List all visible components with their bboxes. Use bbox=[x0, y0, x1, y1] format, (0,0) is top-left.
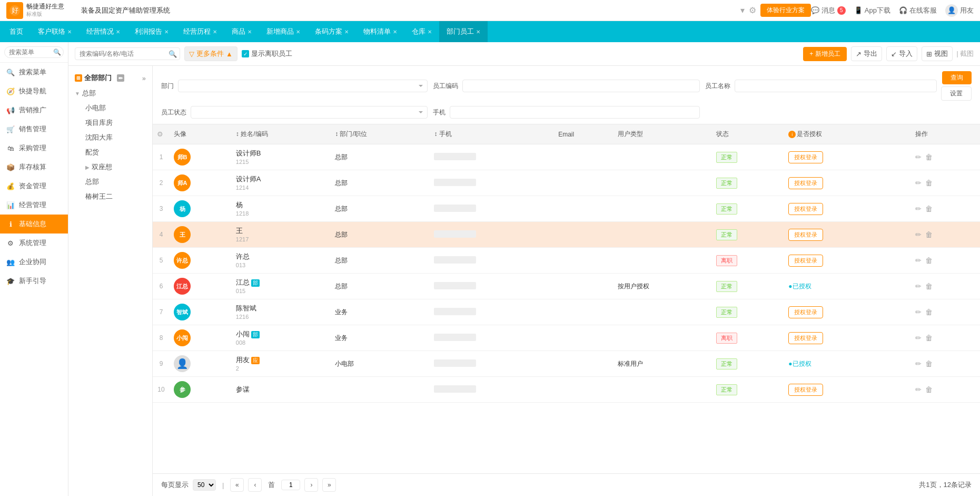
close-icon[interactable]: ✕ bbox=[67, 29, 72, 35]
close-icon[interactable]: ✕ bbox=[213, 29, 217, 35]
edit-dept-icon[interactable]: ✏ bbox=[117, 74, 124, 82]
dept-node-project[interactable]: 项目库房 bbox=[68, 115, 152, 130]
auth-button[interactable]: 授权登录 bbox=[788, 306, 823, 318]
sidebar-item-purchase[interactable]: 🛍 采购管理 bbox=[0, 139, 68, 158]
employee-code-input[interactable] bbox=[462, 80, 699, 92]
close-icon[interactable]: ✕ bbox=[428, 29, 432, 35]
prev-page-button[interactable]: ‹ bbox=[248, 478, 262, 492]
close-icon[interactable]: ✕ bbox=[296, 29, 300, 35]
online-service-item[interactable]: 🎧 在线客服 bbox=[899, 6, 937, 15]
auth-button[interactable]: 授权登录 bbox=[788, 384, 823, 396]
nav-item-history[interactable]: 经营历程✕ bbox=[176, 21, 224, 42]
delete-button[interactable]: 🗑 bbox=[925, 230, 933, 239]
first-page-button[interactable]: « bbox=[230, 478, 244, 492]
status-select[interactable] bbox=[191, 106, 428, 119]
view-button[interactable]: ⊞ 视图 bbox=[922, 46, 953, 61]
dept-node-peihuo[interactable]: 配货 bbox=[68, 145, 152, 160]
query-button[interactable]: 查询 bbox=[942, 71, 972, 84]
sidebar-item-sales[interactable]: 🛒 销售管理 bbox=[0, 120, 68, 139]
dept-node-shuangzuo[interactable]: ▶ 双座想 bbox=[68, 160, 152, 174]
page-number-input[interactable] bbox=[281, 480, 300, 490]
settings-icon[interactable]: ⚙ bbox=[157, 130, 163, 138]
nav-item-warehouse[interactable]: 仓库✕ bbox=[404, 21, 439, 42]
auth-button[interactable]: 授权登录 bbox=[788, 229, 823, 241]
close-icon[interactable]: ✕ bbox=[476, 29, 480, 35]
edit-button[interactable]: ✏ bbox=[915, 179, 922, 187]
dropdown-icon[interactable]: ▾ bbox=[740, 5, 745, 15]
edit-button[interactable]: ✏ bbox=[915, 359, 922, 368]
employee-name-input[interactable] bbox=[735, 80, 937, 92]
sidebar-item-marketing[interactable]: 📢 营销推广 bbox=[0, 101, 68, 120]
delete-button[interactable]: 🗑 bbox=[925, 256, 933, 265]
auth-button[interactable]: 授权登录 bbox=[788, 255, 823, 267]
screenshot-button[interactable]: | 截图 bbox=[957, 49, 974, 59]
nav-item-customer[interactable]: 客户联络✕ bbox=[31, 21, 79, 42]
nav-item-add-goods[interactable]: 新增商品✕ bbox=[259, 21, 308, 42]
auth-button[interactable]: 授权登录 bbox=[788, 151, 823, 163]
sidebar-item-guide[interactable]: 🎓 新手引导 bbox=[0, 271, 68, 290]
settings-icon[interactable]: ⚙ bbox=[749, 5, 756, 15]
sidebar-item-search[interactable]: 🔍 搜索菜单 bbox=[0, 63, 68, 82]
edit-button[interactable]: ✏ bbox=[915, 308, 922, 316]
close-icon[interactable]: ✕ bbox=[344, 29, 349, 35]
edit-button[interactable]: ✏ bbox=[915, 334, 922, 342]
edit-button[interactable]: ✏ bbox=[915, 256, 922, 265]
sidebar-item-quicknav[interactable]: 🧭 快捷导航 bbox=[0, 82, 68, 101]
sidebar-item-basic[interactable]: ℹ 基础信息 bbox=[0, 215, 68, 234]
close-icon[interactable]: ✕ bbox=[116, 29, 120, 35]
dept-node-root[interactable]: ▼ 总部 bbox=[68, 86, 152, 101]
show-resigned-toggle[interactable]: ✓ 显示离职员工 bbox=[242, 49, 292, 59]
per-page-select[interactable]: 50 bbox=[193, 479, 216, 491]
dept-node-xiaodian[interactable]: 小电部 bbox=[68, 101, 152, 115]
close-icon[interactable]: ✕ bbox=[393, 29, 397, 35]
edit-button[interactable]: ✏ bbox=[915, 385, 922, 394]
sidebar-item-collab[interactable]: 👥 企业协同 bbox=[0, 252, 68, 271]
sidebar-item-system[interactable]: ⚙ 系统管理 bbox=[0, 234, 68, 252]
nav-item-operation[interactable]: 经营情况✕ bbox=[79, 21, 127, 42]
auth-button[interactable]: 授权登录 bbox=[788, 332, 823, 344]
delete-button[interactable]: 🗑 bbox=[925, 205, 933, 213]
nav-item-barcode[interactable]: 条码方案✕ bbox=[308, 21, 356, 42]
nav-item-dept[interactable]: 部门员工✕ bbox=[439, 21, 488, 42]
delete-button[interactable]: 🗑 bbox=[925, 385, 933, 394]
delete-button[interactable]: 🗑 bbox=[925, 282, 933, 290]
close-icon[interactable]: ✕ bbox=[248, 29, 252, 35]
delete-button[interactable]: 🗑 bbox=[925, 308, 933, 316]
delete-button[interactable]: 🗑 bbox=[925, 359, 933, 368]
auth-button[interactable]: 授权登录 bbox=[788, 177, 823, 189]
export-button[interactable]: ↗ 导出 bbox=[851, 46, 882, 61]
next-page-button[interactable]: › bbox=[304, 478, 318, 492]
import-button[interactable]: ↙ 导入 bbox=[886, 46, 917, 61]
dept-select[interactable] bbox=[178, 80, 428, 92]
phone-input[interactable] bbox=[450, 106, 699, 119]
dept-node-shenyang[interactable]: 沈阳大库 bbox=[68, 130, 152, 145]
edit-button[interactable]: ✏ bbox=[915, 230, 922, 239]
delete-button[interactable]: 🗑 bbox=[925, 334, 933, 342]
nav-item-material[interactable]: 物料清单✕ bbox=[356, 21, 404, 42]
last-page-button[interactable]: » bbox=[322, 478, 336, 492]
nav-item-home[interactable]: 首页 bbox=[2, 21, 31, 42]
auth-button[interactable]: 授权登录 bbox=[788, 203, 823, 215]
message-item[interactable]: 💬 消息 5 bbox=[811, 6, 846, 15]
collapse-icon[interactable]: » bbox=[142, 74, 146, 82]
delete-button[interactable]: 🗑 bbox=[925, 179, 933, 187]
user-item[interactable]: 👤 用友 bbox=[945, 4, 974, 17]
nav-item-goods[interactable]: 商品✕ bbox=[224, 21, 259, 42]
close-icon[interactable]: ✕ bbox=[164, 29, 169, 35]
nav-item-profit[interactable]: 利润报告✕ bbox=[127, 21, 176, 42]
dept-node-zongbu[interactable]: 总部 bbox=[68, 174, 152, 189]
add-employee-button[interactable]: + 新增员工 bbox=[803, 47, 846, 61]
delete-button[interactable]: 🗑 bbox=[925, 153, 933, 161]
trial-button[interactable]: 体验行业方案 bbox=[760, 4, 811, 17]
edit-button[interactable]: ✏ bbox=[915, 153, 922, 161]
edit-button[interactable]: ✏ bbox=[915, 282, 922, 290]
set-button[interactable]: 设置 bbox=[941, 86, 972, 101]
more-filter-button[interactable]: ▽ 更多条件 ▲ bbox=[184, 46, 237, 61]
app-download-item[interactable]: 📱 App下载 bbox=[854, 6, 890, 15]
sidebar-item-finance[interactable]: 💰 资金管理 bbox=[0, 177, 68, 196]
dept-node-chunshu[interactable]: 椿树王二 bbox=[68, 189, 152, 204]
search-input[interactable] bbox=[75, 47, 180, 60]
edit-button[interactable]: ✏ bbox=[915, 205, 922, 213]
sidebar-item-management[interactable]: 📊 经营管理 bbox=[0, 196, 68, 215]
sidebar-item-inventory[interactable]: 📦 库存核算 bbox=[0, 158, 68, 177]
